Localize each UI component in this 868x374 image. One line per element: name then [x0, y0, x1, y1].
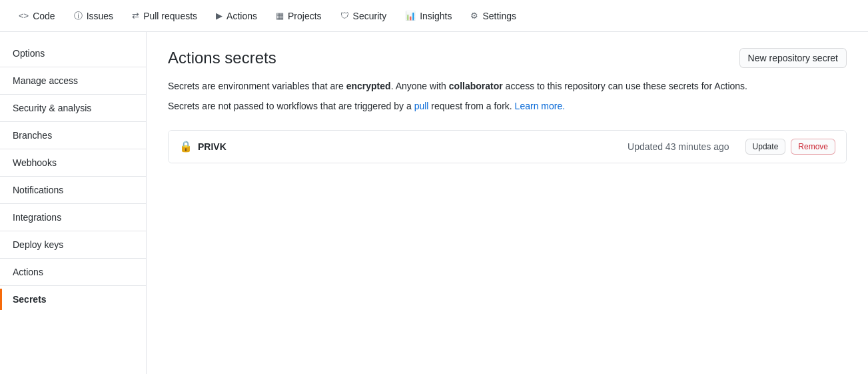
- sidebar-divider-7: [0, 231, 146, 231]
- table-row: 🔒 PRIVK Updated 43 minutes ago Update Re…: [169, 131, 846, 163]
- sidebar-divider-8: [0, 258, 146, 259]
- nav-settings-label: Settings: [482, 11, 516, 21]
- sidebar: Options Manage access Security & analysi…: [0, 32, 147, 374]
- insights-icon: 📊: [405, 11, 416, 21]
- description-note: Secrets are not passed to workflows that…: [168, 99, 847, 113]
- desc-part2: . Anyone with: [391, 81, 449, 91]
- nav-pull-requests-label: Pull requests: [143, 11, 197, 21]
- sidebar-divider-5: [0, 176, 146, 177]
- sidebar-item-actions-settings[interactable]: Actions: [0, 261, 146, 283]
- note-part1: Secrets are not passed to workflows that…: [168, 101, 414, 111]
- nav-issues-label: Issues: [87, 11, 113, 21]
- security-icon: 🛡: [340, 11, 349, 21]
- desc-part3: access to this repository can use these …: [503, 81, 747, 91]
- lock-icon: 🔒: [179, 140, 193, 153]
- nav-actions[interactable]: ▶ Actions: [208, 5, 265, 27]
- sidebar-item-secrets[interactable]: Secrets: [0, 289, 146, 310]
- sidebar-item-options[interactable]: Options: [0, 43, 146, 64]
- sidebar-divider-1: [0, 67, 146, 67]
- sidebar-divider-2: [0, 94, 146, 95]
- nav-insights[interactable]: 📊 Insights: [397, 5, 460, 27]
- sidebar-item-deploy-keys[interactable]: Deploy keys: [0, 234, 146, 255]
- sidebar-item-webhooks[interactable]: Webhooks: [0, 152, 146, 173]
- learn-more-link[interactable]: Learn more.: [515, 101, 565, 111]
- pull-link[interactable]: pull: [414, 101, 429, 111]
- code-icon: <>: [19, 11, 29, 21]
- nav-projects[interactable]: ▦ Projects: [268, 5, 330, 27]
- nav-settings[interactable]: ⚙ Settings: [462, 5, 524, 27]
- nav-security[interactable]: 🛡 Security: [332, 5, 395, 27]
- main-header: Actions secrets New repository secret: [168, 48, 847, 68]
- sidebar-item-manage-access[interactable]: Manage access: [0, 70, 146, 91]
- sidebar-item-integrations[interactable]: Integrations: [0, 207, 146, 228]
- desc-part1: Secrets are environment variables that a…: [168, 81, 346, 91]
- new-repository-secret-button[interactable]: New repository secret: [739, 48, 847, 68]
- top-nav: <> Code ⓘ Issues ⇄ Pull requests ▶ Actio…: [0, 0, 868, 32]
- sidebar-item-branches[interactable]: Branches: [0, 125, 146, 146]
- sidebar-divider-6: [0, 203, 146, 204]
- description-text: Secrets are environment variables that a…: [168, 79, 847, 93]
- pull-requests-icon: ⇄: [132, 11, 139, 21]
- sidebar-item-notifications[interactable]: Notifications: [0, 179, 146, 201]
- nav-insights-label: Insights: [420, 11, 452, 21]
- update-button[interactable]: Update: [745, 139, 786, 155]
- desc-bold1: encrypted: [346, 81, 391, 91]
- secret-name: PRIVK: [198, 141, 622, 152]
- secrets-list: 🔒 PRIVK Updated 43 minutes ago Update Re…: [168, 130, 847, 163]
- actions-icon: ▶: [216, 11, 222, 21]
- nav-code[interactable]: <> Code: [11, 5, 63, 27]
- sidebar-divider-3: [0, 121, 146, 122]
- projects-icon: ▦: [276, 11, 284, 21]
- nav-issues[interactable]: ⓘ Issues: [66, 5, 121, 27]
- desc-bold2: collaborator: [449, 81, 503, 91]
- secret-actions: Update Remove: [745, 139, 835, 155]
- settings-icon: ⚙: [470, 11, 478, 21]
- issues-icon: ⓘ: [74, 10, 83, 22]
- sidebar-divider-9: [0, 285, 146, 286]
- page-title: Actions secrets: [168, 49, 276, 67]
- nav-pull-requests[interactable]: ⇄ Pull requests: [124, 5, 205, 27]
- sidebar-item-security-analysis[interactable]: Security & analysis: [0, 97, 146, 119]
- note-part2: request from a fork.: [428, 101, 514, 111]
- secret-updated: Updated 43 minutes ago: [628, 141, 729, 152]
- nav-projects-label: Projects: [288, 11, 322, 21]
- nav-security-label: Security: [353, 11, 387, 21]
- nav-code-label: Code: [33, 11, 55, 21]
- nav-actions-label: Actions: [226, 11, 257, 21]
- main-content: Actions secrets New repository secret Se…: [147, 32, 868, 374]
- sidebar-divider-4: [0, 149, 146, 149]
- remove-button[interactable]: Remove: [791, 139, 835, 155]
